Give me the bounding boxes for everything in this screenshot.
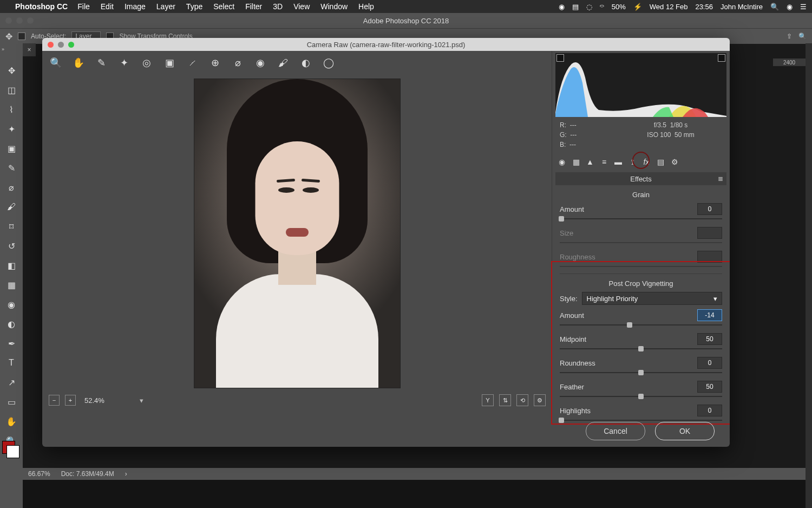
window-minimize-icon[interactable]: [16, 17, 23, 24]
zoom-in-button[interactable]: +: [65, 395, 76, 406]
menu-window[interactable]: Window: [320, 2, 348, 11]
search-icon[interactable]: 🔍: [798, 32, 807, 40]
tab-curve-icon[interactable]: ▦: [571, 157, 581, 167]
menu-file[interactable]: File: [77, 2, 90, 11]
cr-sampler-tool-icon[interactable]: ✦: [118, 57, 130, 69]
heal-tool-icon[interactable]: ⌀: [5, 181, 18, 194]
menu-type[interactable]: Type: [186, 2, 202, 11]
cr-hand-tool-icon[interactable]: ✋: [73, 57, 84, 69]
preview-settings-icon[interactable]: ⚙: [534, 394, 546, 406]
cr-spot-tool-icon[interactable]: ⌀: [232, 57, 244, 69]
zoom-out-button[interactable]: −: [49, 395, 60, 406]
vig-feather-field[interactable]: 50: [697, 381, 722, 393]
dodge-tool-icon[interactable]: ◐: [5, 317, 18, 330]
tab-split-icon[interactable]: ▬: [613, 157, 624, 167]
notifications-icon[interactable]: ☰: [800, 3, 807, 11]
shape-tool-icon[interactable]: ▭: [5, 395, 18, 408]
spotlight-icon[interactable]: 🔍: [770, 3, 779, 11]
crop-tool-icon[interactable]: ▣: [5, 142, 18, 155]
time-label[interactable]: 23:56: [695, 3, 713, 11]
status-zoom[interactable]: 66.67%: [28, 470, 50, 478]
menu-layer[interactable]: Layer: [156, 2, 175, 11]
vig-roundness-field[interactable]: 0: [697, 357, 722, 369]
cr-radial-tool-icon[interactable]: ◯: [323, 57, 335, 69]
cr-redeye-tool-icon[interactable]: ◉: [254, 57, 266, 69]
auto-select-checkbox[interactable]: [18, 32, 25, 40]
tab-detail-icon[interactable]: ▲: [585, 157, 595, 167]
vig-amount-field[interactable]: -14: [697, 309, 722, 321]
cancel-button[interactable]: Cancel: [586, 422, 645, 440]
window-zoom-icon[interactable]: [27, 17, 34, 24]
status-doc[interactable]: Doc: 7.63M/49.4M: [61, 470, 114, 478]
menu-filter[interactable]: Filter: [245, 2, 262, 11]
cr-canvas[interactable]: [42, 75, 552, 392]
cr-straighten-tool-icon[interactable]: ⟋: [186, 57, 198, 69]
brush-tool-icon[interactable]: 🖌: [5, 200, 18, 213]
eraser-tool-icon[interactable]: ◧: [5, 259, 18, 272]
type-tool-icon[interactable]: T: [5, 356, 18, 369]
vig-amount-slider[interactable]: [560, 322, 722, 328]
move-tool-icon[interactable]: ✥: [5, 64, 18, 77]
stamp-tool-icon[interactable]: ⌑: [5, 220, 18, 233]
panel-menu-icon[interactable]: ≣: [718, 175, 723, 183]
tab-lens-icon[interactable]: ⟟: [627, 157, 638, 167]
preview-toggle-y-icon[interactable]: Y: [482, 394, 494, 406]
zoom-dropdown-icon[interactable]: ▾: [140, 396, 143, 405]
menu-3d[interactable]: 3D: [273, 2, 283, 11]
preview-swap-icon[interactable]: ⟲: [516, 394, 528, 406]
battery-icon[interactable]: ⚡: [633, 3, 642, 11]
app-name[interactable]: Photoshop CC: [15, 2, 68, 11]
collapse-icon[interactable]: »: [2, 47, 4, 52]
menu-help[interactable]: Help: [358, 2, 374, 11]
marquee-tool-icon[interactable]: ◫: [5, 83, 18, 96]
tab-hsl-icon[interactable]: ≡: [599, 157, 610, 167]
vig-feather-slider[interactable]: [560, 394, 722, 399]
pen-tool-icon[interactable]: ✒: [5, 337, 18, 350]
doc-tab-close[interactable]: ×: [23, 43, 36, 56]
grain-amount-slider[interactable]: [560, 216, 722, 222]
vig-highlights-field[interactable]: 0: [697, 405, 722, 416]
histogram[interactable]: [555, 53, 726, 117]
style-dropdown[interactable]: Highlight Priority ▾: [582, 292, 722, 305]
ok-button[interactable]: OK: [655, 422, 715, 440]
wifi-icon[interactable]: ⌔: [600, 3, 604, 11]
date-label[interactable]: Wed 12 Feb: [650, 3, 688, 11]
menu-edit[interactable]: Edit: [101, 2, 114, 11]
cr-crop-tool-icon[interactable]: ▣: [163, 57, 175, 69]
cr-zoom-tool-icon[interactable]: 🔍: [50, 57, 62, 69]
vig-midpoint-slider[interactable]: [560, 346, 722, 351]
lasso-tool-icon[interactable]: ⌇: [5, 103, 18, 116]
tab-presets-icon[interactable]: ⚙: [669, 157, 680, 167]
vig-roundness-slider[interactable]: [560, 370, 722, 375]
siri-icon[interactable]: ◉: [787, 3, 793, 11]
vig-midpoint-field[interactable]: 50: [697, 333, 722, 345]
menu-image[interactable]: Image: [125, 2, 146, 11]
preview-split-icon[interactable]: ⇅: [499, 394, 511, 406]
path-tool-icon[interactable]: ↗: [5, 376, 18, 389]
window-close-icon[interactable]: [5, 17, 12, 24]
cc-icon[interactable]: ◉: [559, 3, 565, 11]
cr-target-tool-icon[interactable]: ◎: [141, 57, 153, 69]
blur-tool-icon[interactable]: ◉: [5, 298, 18, 311]
wand-tool-icon[interactable]: ✦: [5, 122, 18, 135]
battery-label[interactable]: 50%: [612, 3, 626, 11]
eyedropper-tool-icon[interactable]: ✎: [5, 161, 18, 174]
user-label[interactable]: John McIntire: [721, 3, 763, 11]
background-swatch[interactable]: [6, 445, 19, 458]
tab-basic-icon[interactable]: ◉: [556, 157, 567, 167]
sync-icon[interactable]: ▤: [572, 3, 579, 11]
cr-wb-tool-icon[interactable]: ✎: [95, 57, 107, 69]
cr-gradient-tool-icon[interactable]: ◐: [300, 57, 312, 69]
cr-transform-tool-icon[interactable]: ⊕: [209, 57, 221, 69]
gradient-tool-icon[interactable]: ▦: [5, 278, 18, 291]
cr-brush-tool-icon[interactable]: 🖌: [277, 57, 289, 69]
share-icon[interactable]: ⇪: [787, 32, 792, 40]
zoom-value[interactable]: 52.4%: [84, 396, 104, 405]
menu-view[interactable]: View: [293, 2, 310, 11]
status-chevron-icon[interactable]: ›: [125, 470, 127, 478]
cr-close-icon[interactable]: [48, 42, 54, 48]
tab-calib-icon[interactable]: ▤: [655, 157, 666, 167]
cr-zoom-icon[interactable]: [68, 42, 74, 48]
menu-select[interactable]: Select: [213, 2, 234, 11]
hand-tool-icon[interactable]: ✋: [5, 415, 18, 428]
